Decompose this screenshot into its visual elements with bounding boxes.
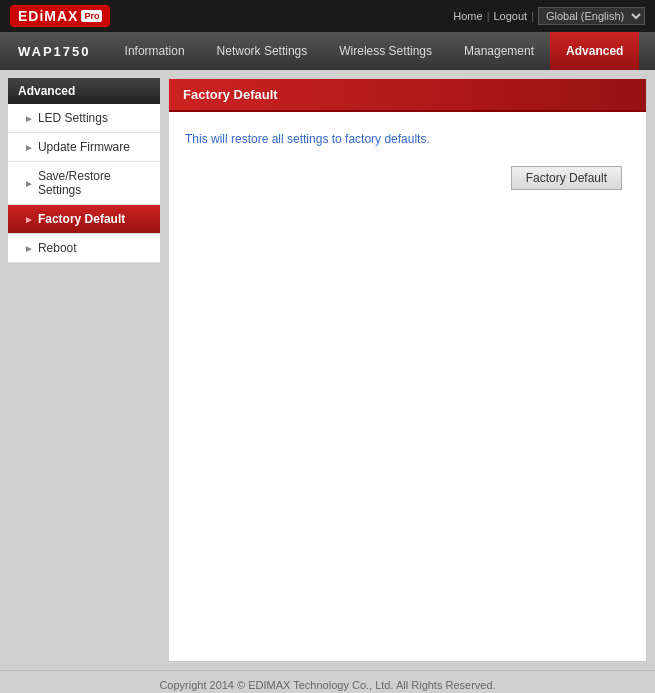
logo-box: EDiMAX Pro xyxy=(10,5,110,27)
sidebar-item-reboot-label: Reboot xyxy=(38,241,77,255)
sidebar-item-update-label: Update Firmware xyxy=(38,140,130,154)
factory-default-button[interactable]: Factory Default xyxy=(511,166,622,190)
sep2: | xyxy=(531,10,534,22)
sidebar-item-reboot[interactable]: ► Reboot xyxy=(8,234,160,263)
footer-text: Copyright 2014 © EDIMAX Technology Co., … xyxy=(159,679,495,691)
tab-wireless-settings[interactable]: Wireless Settings xyxy=(323,32,448,70)
content-body: This will restore all settings to factor… xyxy=(169,112,646,210)
nav-bar: WAP1750 Information Network Settings Wir… xyxy=(0,32,655,70)
info-text: This will restore all settings to factor… xyxy=(185,132,630,146)
sidebar-item-factory-default[interactable]: ► Factory Default xyxy=(8,205,160,234)
top-links: Home | Logout | Global (English) xyxy=(453,7,645,25)
chevron-right-icon-active: ► xyxy=(24,214,34,225)
logout-link[interactable]: Logout xyxy=(493,10,527,22)
sidebar-item-led-settings[interactable]: ► LED Settings xyxy=(8,104,160,133)
top-bar: EDiMAX Pro Home | Logout | Global (Engli… xyxy=(0,0,655,32)
logo-area: EDiMAX Pro xyxy=(10,5,110,27)
sidebar-item-factory-label: Factory Default xyxy=(38,212,125,226)
device-name: WAP1750 xyxy=(0,32,109,70)
sidebar: Advanced ► LED Settings ► Update Firmwar… xyxy=(8,78,160,662)
chevron-right-icon: ► xyxy=(24,243,34,254)
tab-advanced[interactable]: Advanced xyxy=(550,32,639,70)
home-link[interactable]: Home xyxy=(453,10,482,22)
sidebar-item-save-label: Save/Restore Settings xyxy=(38,169,150,197)
logo-edimax: EDiMAX xyxy=(18,8,78,24)
footer: Copyright 2014 © EDIMAX Technology Co., … xyxy=(0,670,655,693)
chevron-right-icon: ► xyxy=(24,113,34,124)
sidebar-item-led-label: LED Settings xyxy=(38,111,108,125)
sidebar-item-update-firmware[interactable]: ► Update Firmware xyxy=(8,133,160,162)
sidebar-item-save-restore[interactable]: ► Save/Restore Settings xyxy=(8,162,160,205)
sidebar-title: Advanced xyxy=(8,78,160,104)
tab-network-settings[interactable]: Network Settings xyxy=(201,32,324,70)
sep1: | xyxy=(487,10,490,22)
tab-information[interactable]: Information xyxy=(109,32,201,70)
language-select[interactable]: Global (English) xyxy=(538,7,645,25)
button-row: Factory Default xyxy=(185,166,630,190)
main-layout: Advanced ► LED Settings ► Update Firmwar… xyxy=(0,70,655,670)
content-header: Factory Default xyxy=(169,79,646,112)
content-area: Factory Default This will restore all se… xyxy=(168,78,647,662)
logo-pro: Pro xyxy=(81,10,102,22)
nav-tabs: Information Network Settings Wireless Se… xyxy=(109,32,640,70)
chevron-right-icon: ► xyxy=(24,142,34,153)
tab-management[interactable]: Management xyxy=(448,32,550,70)
chevron-right-icon: ► xyxy=(24,178,34,189)
